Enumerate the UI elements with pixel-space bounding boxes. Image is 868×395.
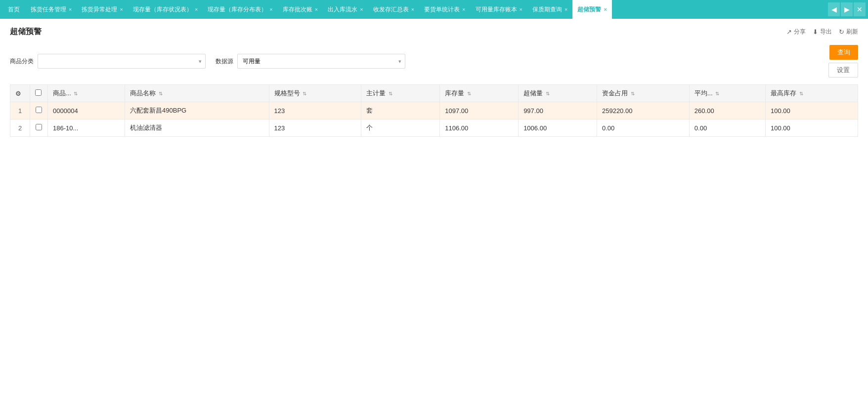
cell-stock: 1106.00 [440,119,519,137]
sort-icon: ⇅ [631,91,635,96]
cell-capital: 259220.00 [597,102,689,119]
cell-code: 0000004 [48,102,125,119]
refresh-button[interactable]: ↻ 刷新 [839,28,858,36]
tab-batch[interactable]: 库存批次账 × [278,0,323,19]
tab-taohuo[interactable]: 拣货任务管理 × [26,0,77,19]
filter-buttons: 查询 设置 [828,45,858,78]
nav-close-btn[interactable]: ✕ [854,2,866,16]
cell-name: 机油滤清器 [125,119,269,137]
col-header-unit[interactable]: 主计量 ⇅ [361,85,440,102]
close-icon[interactable]: × [564,6,567,12]
tab-collect[interactable]: 收发存汇总表 × [368,0,419,19]
table-row: 1 0000004 六配套新昌490BPG 123 套 1097.00 997.… [10,102,858,119]
page-title: 超储预警 [10,27,42,37]
tab-inout[interactable]: 出入库流水 × [323,0,368,19]
page-content: 超储预警 ↗ 分享 ⬇ 导出 ↻ 刷新 商品分类 ▾ [0,19,868,395]
category-select[interactable] [38,54,206,69]
col-header-over[interactable]: 超储量 ⇅ [519,85,597,102]
export-icon: ⬇ [813,28,818,36]
cell-name: 六配套新昌490BPG [125,102,269,119]
filter-category: 商品分类 ▾ [10,54,206,69]
cell-unit: 套 [361,102,440,119]
col-header-maxstock[interactable]: 最高库存 ⇅ [766,85,858,102]
filter-datasource: 数据源 可用量 ▾ [216,54,405,69]
datasource-label: 数据源 [216,57,233,66]
close-icon[interactable]: × [315,6,318,12]
nav-next-btn[interactable]: ▶ [841,2,853,16]
settings-button[interactable]: 设置 [828,63,858,78]
sort-icon: ⇅ [74,91,78,96]
table-header: ⚙ 商品... ⇅ 商品名称 ⇅ 规格型号 ⇅ 主计量 [10,85,858,102]
cell-code: 186-10... [48,119,125,137]
table-row: 2 186-10... 机油滤清器 123 个 1106.00 1006.00 … [10,119,858,137]
gear-icon: ⚙ [15,90,21,97]
share-icon: ↗ [786,28,792,36]
refresh-icon: ↻ [839,28,844,36]
query-button[interactable]: 查询 [829,45,858,60]
col-header-name[interactable]: 商品名称 ⇅ [125,85,269,102]
page-header: 超储预警 ↗ 分享 ⬇ 导出 ↻ 刷新 [10,27,858,37]
cell-spec: 123 [269,119,361,137]
cell-maxstock: 100.00 [766,119,858,137]
row-checkbox-cell[interactable] [30,102,48,119]
close-icon[interactable]: × [120,6,123,12]
col-header-stock[interactable]: 库存量 ⇅ [440,85,519,102]
cell-maxstock: 100.00 [766,102,858,119]
col-header-capital[interactable]: 资金占用 ⇅ [597,85,689,102]
col-header-spec[interactable]: 规格型号 ⇅ [269,85,361,102]
tab-stock-status[interactable]: 现存量（库存状况表） × [128,0,203,19]
close-icon[interactable]: × [462,6,465,12]
tab-overstock[interactable]: 超储预警 × [572,0,611,19]
top-nav: 首页 拣货任务管理 × 拣货异常处理 × 现存量（库存状况表） × 现存量（库存… [0,0,868,19]
header-actions: ↗ 分享 ⬇ 导出 ↻ 刷新 [786,28,858,36]
table-body: 1 0000004 六配套新昌490BPG 123 套 1097.00 997.… [10,102,858,137]
data-table: ⚙ 商品... ⇅ 商品名称 ⇅ 规格型号 ⇅ 主计量 [10,84,858,137]
col-header-code[interactable]: 商品... ⇅ [48,85,125,102]
nav-prev-btn[interactable]: ◀ [828,2,840,16]
datasource-select[interactable]: 可用量 [237,54,405,69]
tab-order-stat[interactable]: 要货单统计表 × [419,0,470,19]
tab-stock-dist[interactable]: 现存量（库存分布表） × [203,0,277,19]
row-checkbox-cell[interactable] [30,119,48,137]
tab-taohuo-err[interactable]: 拣货异常处理 × [77,0,128,19]
sort-icon: ⇅ [546,91,550,96]
export-button[interactable]: ⬇ 导出 [813,28,832,36]
sort-icon: ⇅ [159,91,163,96]
cell-unit: 个 [361,119,440,137]
share-button[interactable]: ↗ 分享 [786,28,806,36]
sort-icon: ⇅ [303,91,306,96]
col-header-avg[interactable]: 平均... ⇅ [689,85,765,102]
close-icon[interactable]: × [520,6,522,12]
cell-avg: 260.00 [689,102,765,119]
close-icon[interactable]: × [360,6,363,12]
cell-stock: 1097.00 [440,102,519,119]
row-num: 2 [10,119,30,137]
filter-row: 商品分类 ▾ 数据源 可用量 ▾ 查询 设置 [10,45,858,78]
col-header-check[interactable] [30,85,48,102]
close-icon[interactable]: × [604,6,607,12]
cell-spec: 123 [269,102,361,119]
tab-avail-account[interactable]: 可用量库存账本 × [471,0,527,19]
col-settings-gear[interactable]: ⚙ [10,85,30,102]
cell-over: 997.00 [519,102,597,119]
close-icon[interactable]: × [69,6,72,12]
nav-arrows: ◀ ▶ ✕ [827,2,866,16]
close-icon[interactable]: × [411,6,414,12]
row-checkbox[interactable] [36,124,42,130]
row-checkbox[interactable] [36,107,42,113]
sort-icon: ⇅ [467,91,471,96]
category-select-wrapper: ▾ [38,54,206,69]
cell-capital: 0.00 [597,119,689,137]
select-all-checkbox[interactable] [35,89,42,96]
close-icon[interactable]: × [269,6,272,12]
category-label: 商品分类 [10,57,34,66]
cell-avg: 0.00 [689,119,765,137]
sort-icon: ⇅ [389,91,392,96]
close-icon[interactable]: × [195,6,198,12]
tab-quality[interactable]: 保质期查询 × [527,0,572,19]
nav-home[interactable]: 首页 [2,5,26,14]
datasource-select-wrapper: 可用量 ▾ [237,54,405,69]
sort-icon: ⇅ [715,91,719,96]
row-num: 1 [10,102,30,119]
sort-icon: ⇅ [799,91,803,96]
